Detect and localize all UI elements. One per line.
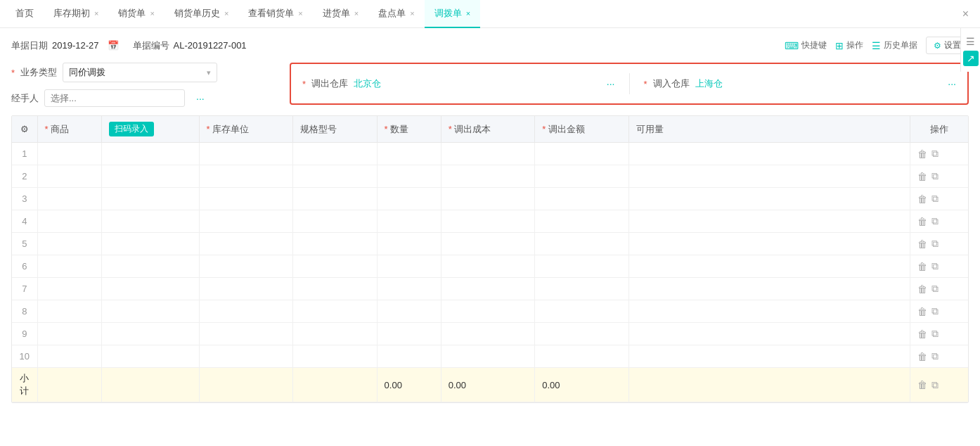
cell-quantity[interactable] <box>377 255 441 278</box>
tab-purchase-order-close[interactable]: × <box>354 9 359 18</box>
cell-product[interactable] <box>37 345 101 368</box>
tab-view-sales-close[interactable]: × <box>298 9 302 18</box>
window-close-button[interactable]: × <box>957 8 974 20</box>
delete-icon[interactable]: 🗑 <box>917 283 927 295</box>
copy-icon[interactable]: ⧉ <box>931 305 939 317</box>
sidebar-list-icon[interactable]: ☰ <box>963 34 979 49</box>
copy-icon[interactable]: ⧉ <box>931 170 939 182</box>
cell-amount[interactable] <box>535 323 629 345</box>
cell-amount[interactable] <box>535 165 629 188</box>
cell-amount[interactable] <box>535 188 629 210</box>
cell-amount[interactable] <box>535 345 629 368</box>
cell-cost[interactable] <box>441 165 535 188</box>
tab-sales-order[interactable]: 销货单 × <box>108 0 164 28</box>
tab-stocktake-label: 盘点单 <box>378 7 406 20</box>
history-action[interactable]: ☰ 历史单据 <box>872 39 917 51</box>
cell-product[interactable] <box>37 143 101 165</box>
delete-icon[interactable]: 🗑 <box>917 148 927 160</box>
subtotal-copy-icon[interactable]: ⧉ <box>931 379 939 391</box>
tab-stocktake[interactable]: 盘点单 × <box>368 0 424 28</box>
tab-home[interactable]: 首页 <box>6 0 44 28</box>
cell-cost[interactable] <box>441 323 535 345</box>
cell-quantity[interactable] <box>377 188 441 210</box>
cell-product[interactable] <box>37 210 101 233</box>
cell-quantity[interactable] <box>377 345 441 368</box>
tab-sales-history-close[interactable]: × <box>224 9 228 18</box>
transfer-out-more-button[interactable]: ··· <box>607 78 615 89</box>
delete-icon[interactable]: 🗑 <box>917 261 927 272</box>
cell-amount[interactable] <box>535 300 629 323</box>
tab-stocktake-close[interactable]: × <box>410 9 414 18</box>
delete-icon[interactable]: 🗑 <box>917 238 927 250</box>
operation-action[interactable]: ⊞ 操作 <box>835 39 863 51</box>
cell-cost[interactable] <box>441 300 535 323</box>
copy-icon[interactable]: ⧉ <box>931 328 939 340</box>
transfer-in-required: * <box>644 79 647 89</box>
table-row: 3 🗑 ⧉ <box>12 188 968 210</box>
tab-purchase-order[interactable]: 进货单 × <box>313 0 368 28</box>
copy-icon[interactable]: ⧉ <box>931 350 939 362</box>
cell-quantity[interactable] <box>377 210 441 233</box>
cell-product[interactable] <box>37 165 101 188</box>
tab-sales-order-close[interactable]: × <box>150 9 154 18</box>
handler-input[interactable] <box>44 89 185 107</box>
tab-inventory-init[interactable]: 库存期初 × <box>44 0 108 28</box>
cell-product[interactable] <box>37 233 101 255</box>
cell-amount[interactable] <box>535 143 629 165</box>
cell-amount[interactable] <box>535 278 629 300</box>
cell-quantity[interactable] <box>377 143 441 165</box>
tab-view-sales[interactable]: 查看销货单 × <box>238 0 312 28</box>
copy-icon[interactable]: ⧉ <box>931 238 939 250</box>
cell-available <box>628 345 910 368</box>
calendar-icon[interactable]: 📅 <box>108 40 119 51</box>
cell-cost[interactable] <box>441 188 535 210</box>
subtotal-delete-icon[interactable]: 🗑 <box>917 379 927 390</box>
delete-icon[interactable]: 🗑 <box>917 351 927 362</box>
business-type-label: 业务类型 <box>20 66 57 79</box>
handler-more-button[interactable]: ··· <box>196 93 205 104</box>
delete-icon[interactable]: 🗑 <box>917 193 927 205</box>
cell-quantity[interactable] <box>377 278 441 300</box>
copy-icon[interactable]: ⧉ <box>931 260 939 272</box>
copy-icon[interactable]: ⧉ <box>931 215 939 227</box>
transfer-out-label: 调出仓库 <box>311 77 348 90</box>
tab-transfer-order[interactable]: 调拨单 × <box>425 0 480 28</box>
cell-quantity[interactable] <box>377 233 441 255</box>
copy-icon[interactable]: ⧉ <box>931 148 939 160</box>
shortcut-action[interactable]: ⌨ 快捷键 <box>785 39 827 51</box>
cell-amount[interactable] <box>535 210 629 233</box>
cell-cost[interactable] <box>441 143 535 165</box>
business-type-select[interactable]: 同价调拨 ▾ <box>63 63 217 82</box>
cell-cost[interactable] <box>441 210 535 233</box>
delete-icon[interactable]: 🗑 <box>917 216 927 227</box>
cell-product[interactable] <box>37 278 101 300</box>
delete-icon[interactable]: 🗑 <box>917 306 927 317</box>
scan-button[interactable]: 扫码录入 <box>109 122 154 136</box>
delete-icon[interactable]: 🗑 <box>917 171 927 182</box>
cell-cost[interactable] <box>441 345 535 368</box>
cell-amount[interactable] <box>535 233 629 255</box>
cell-cost[interactable] <box>441 278 535 300</box>
tab-sales-history[interactable]: 销货单历史 × <box>165 0 238 28</box>
tab-inventory-init-close[interactable]: × <box>94 9 98 18</box>
history-icon: ☰ <box>872 40 881 51</box>
cell-cost[interactable] <box>441 255 535 278</box>
items-table-container: ⚙ * 商品 扫码录入 * 库存单位 规格型号 <box>11 115 969 403</box>
th-gear[interactable]: ⚙ <box>12 116 37 143</box>
cell-quantity[interactable] <box>377 165 441 188</box>
cell-quantity[interactable] <box>377 300 441 323</box>
transfer-in-more-button[interactable]: ··· <box>948 78 956 89</box>
cell-unit <box>199 278 293 300</box>
delete-icon[interactable]: 🗑 <box>917 329 927 340</box>
cell-cost[interactable] <box>441 233 535 255</box>
copy-icon[interactable]: ⧉ <box>931 283 939 295</box>
cell-product[interactable] <box>37 300 101 323</box>
cell-product[interactable] <box>37 255 101 278</box>
cell-product[interactable] <box>37 188 101 210</box>
sidebar-export-icon[interactable]: ↗ <box>963 51 979 66</box>
tab-transfer-order-close[interactable]: × <box>466 9 470 18</box>
cell-amount[interactable] <box>535 255 629 278</box>
cell-product[interactable] <box>37 323 101 345</box>
copy-icon[interactable]: ⧉ <box>931 193 939 205</box>
cell-quantity[interactable] <box>377 323 441 345</box>
